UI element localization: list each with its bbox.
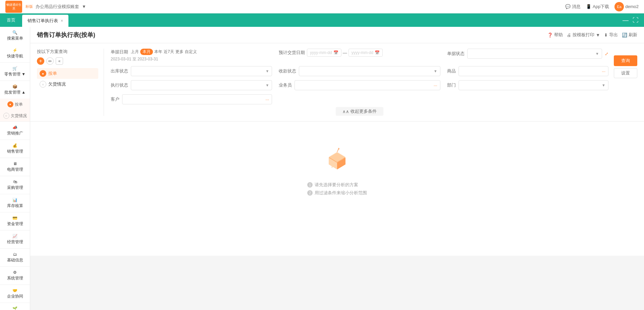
tab-home[interactable]: 首页 bbox=[0, 13, 22, 27]
sidebar-item-enterprise[interactable]: 🤝 企业协同 bbox=[0, 285, 30, 303]
filter-left-title: 按以下方案查询 bbox=[37, 49, 67, 55]
sidebar-item-system[interactable]: ⚙ 系统管理 bbox=[0, 267, 30, 285]
date-tag-本月[interactable]: 本月 bbox=[140, 49, 153, 55]
filter-item-exec-status: 执行状态 ▼ bbox=[111, 80, 272, 90]
sidebar-item-newbie[interactable]: 🌱 新手引导 bbox=[0, 303, 30, 310]
date-tag-上月[interactable]: 上月 bbox=[131, 49, 139, 55]
sidebar-item-ecommerce[interactable]: 🖥 电商管理 bbox=[0, 158, 30, 176]
top-dropdown[interactable]: ▼ bbox=[82, 4, 86, 9]
sidebar-item-wholesale[interactable]: 📦 批发管理 ▲ bbox=[0, 81, 30, 99]
salesperson-input[interactable]: ··· bbox=[294, 80, 440, 90]
exec-status-dropdown[interactable]: ▼ bbox=[131, 80, 272, 90]
sidebar-item-operation[interactable]: 📈 经营管理 bbox=[0, 230, 30, 248]
filter-right: 单据日期 上月 本月 本年 近7天 更多 自定义 2023 bbox=[104, 49, 608, 116]
sidebar-enterprise: 🤝 企业协同 bbox=[0, 285, 30, 303]
goods-dots: ··· bbox=[602, 69, 605, 74]
doc-status-dropdown[interactable]: ▼ bbox=[467, 49, 602, 59]
sidebar-marketing: 📣 营销推广 bbox=[0, 122, 30, 140]
settings-btn[interactable]: 设置 bbox=[614, 68, 637, 78]
date-tag-自定义[interactable]: 自定义 bbox=[185, 49, 197, 55]
plan-item-欠货[interactable]: ○ 欠货情况 bbox=[37, 79, 98, 90]
doc-status-expand-btn[interactable]: ⤢ bbox=[605, 51, 608, 56]
collection-status-dropdown[interactable]: ▼ bbox=[299, 66, 440, 76]
refresh-btn[interactable]: 🔄 刷新 bbox=[622, 32, 637, 38]
sidebar-item-retail[interactable]: 🛒 零售管理 ▼ bbox=[0, 63, 30, 81]
filter-left-header: 按以下方案查询 bbox=[37, 49, 98, 55]
content: 销售订单执行表(按单) ❓ 帮助 🖨 按模板打印 ▼ ⬇ 导出 🔄 刷新 bbox=[30, 27, 644, 310]
message-nav[interactable]: 💬 消息 bbox=[565, 4, 581, 10]
empty-state: 1 请先选择要分析的方案 2 用过滤条件来缩小分析范围 bbox=[30, 121, 644, 222]
expected-date-end[interactable]: yyyy-mm-dd 📅 bbox=[348, 49, 383, 57]
department-dropdown[interactable]: ▼ bbox=[459, 80, 608, 90]
sidebar-item-purchase[interactable]: 🛍 采购管理 bbox=[0, 176, 30, 194]
filter-item-doc-status: 单据状态 ▼ ⤢ bbox=[447, 49, 608, 59]
sidebar-finance-label: 资金管理 bbox=[7, 221, 23, 227]
sidebar-sales-label: 销售管理 bbox=[7, 149, 23, 154]
newbie-icon: 🌱 bbox=[12, 306, 17, 310]
filter-row-1: 单据日期 上月 本月 本年 近7天 更多 自定义 2023 bbox=[111, 49, 608, 62]
page-header: 销售订单执行表(按单) ❓ 帮助 🖨 按模板打印 ▼ ⬇ 导出 🔄 刷新 bbox=[30, 27, 644, 43]
sidebar-item-sales[interactable]: 💰 销售管理 bbox=[0, 140, 30, 158]
sidebar-sub-item-欠货[interactable]: ○ 欠货情况 bbox=[0, 110, 30, 121]
sidebar-item-marketing[interactable]: 📣 营销推广 bbox=[0, 122, 30, 140]
sidebar-item-finance[interactable]: 💳 资金管理 bbox=[0, 212, 30, 230]
minimize-icon[interactable]: — bbox=[623, 17, 629, 24]
user-name: demo2 bbox=[625, 4, 639, 9]
maximize-icon[interactable]: ⛶ bbox=[633, 17, 639, 24]
filter-item-customer: 客户 ··· bbox=[111, 94, 272, 104]
collapse-plan-btn[interactable]: « bbox=[56, 57, 63, 65]
help-btn[interactable]: ❓ 帮助 bbox=[547, 32, 563, 38]
logo-text: 畅捷通好生意 bbox=[5, 3, 22, 10]
tab-right-icons: — ⛶ bbox=[623, 13, 644, 27]
plan-按单-label: 按单 bbox=[48, 70, 57, 76]
tab-close-icon[interactable]: × bbox=[61, 18, 63, 23]
date-tag-本年[interactable]: 本年 bbox=[154, 49, 162, 55]
sidebar-item-inventory[interactable]: 📊 库存核算 bbox=[0, 194, 30, 212]
goods-input[interactable]: ··· bbox=[459, 66, 608, 76]
sidebar-basic-info: 🗂 基础信息 bbox=[0, 249, 30, 267]
plan-item-按单[interactable]: ● 按单 bbox=[37, 68, 98, 79]
sidebar: 🔍 搜索菜单 ⚡ 快捷导航 🛒 零售管理 ▼ 📦 批发管理 ▲ ● bbox=[0, 27, 30, 310]
out-status-dropdown[interactable]: ▼ bbox=[131, 66, 272, 76]
tip2-text: 用过滤条件来缩小分析范围 bbox=[315, 190, 367, 196]
out-status-chevron: ▼ bbox=[265, 69, 269, 73]
按单-icon: ● bbox=[7, 101, 13, 107]
filter-left: 按以下方案查询 + ✏ « ● 按单 ○ 欠货情况 bbox=[37, 49, 104, 116]
avatar-text: Ea bbox=[617, 5, 622, 9]
add-plan-btn[interactable]: + bbox=[37, 57, 44, 65]
expected-date-start[interactable]: yyyy-mm-dd 📅 bbox=[307, 49, 341, 57]
tab-active-label: 销售订单执行表 bbox=[28, 18, 58, 24]
sidebar-quick-nav[interactable]: ⚡ 快捷导航 bbox=[0, 45, 30, 62]
user-nav[interactable]: Ea demo2 bbox=[614, 2, 639, 11]
sidebar-sub-item-按单[interactable]: ● 按单 bbox=[0, 99, 30, 110]
filter-panel: 按以下方案查询 + ✏ « ● 按单 ○ 欠货情况 bbox=[30, 43, 644, 121]
edit-plan-btn[interactable]: ✏ bbox=[46, 57, 54, 65]
customer-input[interactable]: ··· bbox=[122, 94, 272, 104]
print-icon: 🖨 bbox=[567, 33, 571, 38]
sidebar-search-section: 🔍 搜索菜单 ⚡ 快捷导航 bbox=[0, 27, 30, 63]
date-tag-近7天[interactable]: 近7天 bbox=[164, 49, 174, 55]
tab-active[interactable]: 销售订单执行表 × bbox=[22, 15, 68, 27]
ecommerce-icon: 🖥 bbox=[13, 161, 17, 166]
date-tag-更多[interactable]: 更多 bbox=[175, 49, 183, 55]
sidebar-search[interactable]: 🔍 搜索菜单 bbox=[0, 27, 30, 45]
collapse-row: ∧∧ 收起更多条件 bbox=[111, 107, 608, 116]
plan-欠货-icon: ○ bbox=[40, 81, 46, 88]
retail-icon: 🛒 bbox=[12, 66, 17, 71]
sidebar-item-basic-info[interactable]: 🗂 基础信息 bbox=[0, 249, 30, 266]
app-download-icon: 📱 bbox=[586, 4, 591, 9]
query-btn[interactable]: 查询 bbox=[614, 55, 637, 66]
empty-tip-2: 2 用过滤条件来缩小分析范围 bbox=[307, 190, 367, 196]
collapse-btn[interactable]: ∧∧ 收起更多条件 bbox=[336, 107, 383, 116]
app-download-nav[interactable]: 📱 App下载 bbox=[586, 4, 609, 10]
sidebar-sales: 💰 销售管理 bbox=[0, 140, 30, 158]
sidebar-wholesale: 📦 批发管理 ▲ ● 按单 ○ 欠货情况 bbox=[0, 81, 30, 122]
message-label: 消息 bbox=[572, 4, 581, 10]
app-download-label: App下载 bbox=[593, 4, 609, 10]
query-actions: 查询 设置 bbox=[614, 49, 637, 116]
filter-row-4: 客户 ··· bbox=[111, 94, 608, 104]
template-print-btn[interactable]: 🖨 按模板打印 ▼ bbox=[567, 32, 600, 38]
refresh-label: 刷新 bbox=[629, 32, 637, 38]
calendar-start-icon: 📅 bbox=[333, 50, 338, 55]
export-btn[interactable]: ⬇ 导出 bbox=[604, 32, 618, 38]
